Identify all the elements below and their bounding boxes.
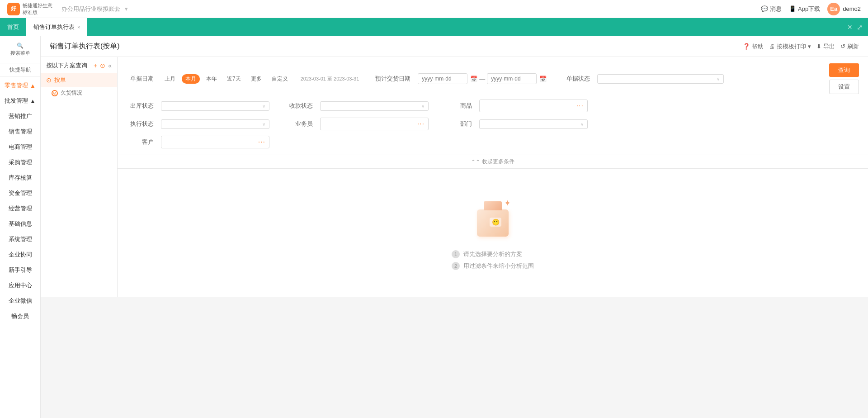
- salesperson-select[interactable]: ···: [320, 118, 429, 130]
- out-status-select[interactable]: ∨: [161, 101, 269, 111]
- sidebar-item-retail[interactable]: 零售管理 ▲: [0, 77, 40, 92]
- date-tab-this-month[interactable]: 本月: [182, 74, 200, 84]
- tab-actions: × ⤢: [847, 23, 868, 32]
- scheme-add-icon[interactable]: +: [94, 62, 97, 69]
- sidebar-item-appstore[interactable]: 应用中心: [0, 277, 40, 292]
- filter-panel: 单据日期 上月 本月 本年 近7天 更多 自定义 2023-03-01 至 20…: [118, 57, 868, 155]
- sidebar-item-operations[interactable]: 经营管理: [0, 200, 40, 215]
- goods-dots-icon: ···: [576, 102, 584, 110]
- order-status-select[interactable]: ∨: [597, 74, 724, 84]
- scheme-panel-header: 按以下方案查询 + ⊙ «: [41, 62, 117, 73]
- top-bar-right: 💬 消息 📱 App下载 Ea demo2: [761, 3, 861, 15]
- collect-status-select[interactable]: ∨: [320, 101, 429, 111]
- scheme-item-按单[interactable]: ⊙ 按单: [41, 73, 117, 87]
- sidebar-item-ecommerce[interactable]: 电商管理: [0, 138, 40, 154]
- scheme-edit-icon[interactable]: ⊙: [100, 62, 105, 69]
- app-download-button[interactable]: 📱 App下载: [789, 5, 820, 13]
- collapse-up-icon: ⌃⌃: [471, 159, 480, 165]
- exec-status-label: 执行状态: [127, 120, 154, 128]
- breadcrumb-arrow-icon[interactable]: ▾: [125, 5, 128, 12]
- date-tab-this-year[interactable]: 本年: [203, 74, 221, 84]
- chevron-up-icon-2: ▲: [30, 98, 36, 104]
- salesperson-label: 业务员: [286, 120, 313, 128]
- scheme-dot-icon: ⊙: [46, 76, 52, 84]
- refresh-button[interactable]: ↺ 刷新: [840, 43, 859, 51]
- sidebar-item-wholesale[interactable]: 批发管理 ▲: [0, 92, 40, 108]
- sidebar: 🔍 搜索菜单 快捷导航 零售管理 ▲ 批发管理 ▲ 营销推广 销售管理 电商管理…: [0, 36, 41, 418]
- chevron-up-icon: ▲: [30, 82, 36, 89]
- date-tab-last-month[interactable]: 上月: [161, 74, 179, 84]
- customer-select[interactable]: ···: [161, 136, 269, 148]
- tab-active[interactable]: 销售订单执行表 ×: [26, 18, 87, 36]
- tab-home[interactable]: 首页: [0, 18, 26, 36]
- sidebar-item-quick-nav[interactable]: 快捷导航: [0, 63, 40, 77]
- mobile-icon: 📱: [789, 5, 796, 12]
- sidebar-item-inventory[interactable]: 库存核算: [0, 169, 40, 185]
- customer-dots-icon: ···: [258, 138, 265, 146]
- calendar-end-icon[interactable]: 📅: [539, 76, 547, 82]
- sidebar-item-wechat[interactable]: 企业微信: [0, 292, 40, 308]
- tab-minimize-icon[interactable]: ×: [847, 23, 852, 32]
- query-buttons: 查询 设置: [829, 63, 859, 94]
- refresh-icon: ↺: [840, 43, 845, 50]
- goods-select[interactable]: ···: [479, 100, 588, 112]
- tip-text-2: 用过滤条件来缩小分析范围: [463, 262, 534, 270]
- scheme-panel-icons: + ⊙ «: [94, 62, 112, 69]
- page-header-actions: ❓ 帮助 🖨 按模板打印 ▾ ⬇ 导出 ↺ 刷新: [743, 43, 859, 51]
- logo-text: 畅捷通好生意 标准版: [23, 2, 52, 15]
- collect-status-arrow-icon: ∨: [421, 104, 425, 109]
- empty-box: 😶: [477, 209, 509, 237]
- export-button[interactable]: ⬇ 导出: [816, 43, 835, 51]
- date-tab-more[interactable]: 更多: [247, 74, 265, 84]
- date-tabs-group: 上月 本月 本年 近7天 更多 自定义: [161, 74, 292, 84]
- filter-row-3: 执行状态 ∨ 业务员 ··· 部门 ∨: [127, 118, 859, 130]
- top-bar: 好 畅捷通好生意 标准版 办公用品行业模拟账套 ▾ 💬 消息 📱 App下载 E…: [0, 0, 868, 18]
- expected-date-group: 📅 — 📅: [418, 73, 547, 84]
- status-arrow-icon: ∨: [717, 76, 720, 81]
- sidebar-item-basic-info[interactable]: 基础信息: [0, 215, 40, 231]
- sidebar-item-sales[interactable]: 销售管理: [0, 123, 40, 138]
- box-face-icon: 😶: [490, 218, 501, 227]
- date-tab-7days[interactable]: 近7天: [223, 74, 245, 84]
- search-menu-button[interactable]: 🔍 搜索菜单: [4, 41, 37, 58]
- scheme-collapse-icon[interactable]: «: [108, 62, 112, 69]
- empty-tip-1: 1 请先选择要分析的方案: [452, 250, 534, 258]
- help-icon: ❓: [743, 43, 750, 50]
- top-bar-left: 好 畅捷通好生意 标准版 办公用品行业模拟账套 ▾: [7, 2, 128, 15]
- help-button[interactable]: ❓ 帮助: [743, 43, 764, 51]
- sidebar-item-finance[interactable]: 资金管理: [0, 185, 40, 200]
- tab-maximize-icon[interactable]: ⤢: [857, 23, 863, 32]
- content-area: 销售订单执行表(按单) ❓ 帮助 🖨 按模板打印 ▾ ⬇ 导出 ↺ 刷新: [41, 36, 868, 418]
- date-tab-custom[interactable]: 自定义: [268, 74, 292, 84]
- out-status-label: 出库状态: [127, 102, 154, 110]
- sidebar-item-marketing[interactable]: 营销推广: [0, 108, 40, 123]
- inner-layout: 按以下方案查询 + ⊙ « ⊙ 按单 ⊙ 欠货情况: [41, 57, 868, 297]
- collapse-bar[interactable]: ⌃⌃ 收起更多条件: [118, 155, 868, 169]
- empty-tips: 1 请先选择要分析的方案 2 用过滤条件来缩小分析范围: [452, 250, 534, 270]
- tip-text-1: 请先选择要分析的方案: [463, 250, 522, 258]
- print-button[interactable]: 🖨 按模板打印 ▾: [769, 43, 811, 51]
- sidebar-item-vip[interactable]: 畅会员: [0, 308, 40, 323]
- query-button[interactable]: 查询: [829, 63, 859, 77]
- sidebar-item-purchase[interactable]: 采购管理: [0, 154, 40, 169]
- user-profile[interactable]: Ea demo2: [827, 3, 861, 15]
- sidebar-item-system[interactable]: 系统管理: [0, 231, 40, 246]
- message-button[interactable]: 💬 消息: [761, 5, 782, 13]
- tab-close-icon[interactable]: ×: [77, 24, 80, 30]
- scheme-sub-dot-icon: ⊙: [52, 90, 58, 96]
- sidebar-item-guide[interactable]: 新手引导: [0, 261, 40, 277]
- filter-and-table: 单据日期 上月 本月 本年 近7天 更多 自定义 2023-03-01 至 20…: [118, 57, 868, 297]
- expected-date-end-input[interactable]: [487, 73, 537, 84]
- dept-select[interactable]: ∨: [479, 119, 588, 129]
- scheme-subitem-欠货情况[interactable]: ⊙ 欠货情况: [41, 87, 117, 99]
- status-label: 单据状态: [563, 75, 590, 83]
- calendar-start-icon[interactable]: 📅: [470, 76, 477, 82]
- settings-button[interactable]: 设置: [829, 80, 859, 94]
- exec-status-select[interactable]: ∨: [161, 119, 269, 129]
- filter-row-4: 客户 ···: [127, 136, 859, 148]
- dept-label: 部门: [445, 120, 472, 128]
- print-icon: 🖨: [769, 43, 775, 50]
- sidebar-item-enterprise[interactable]: 企业协同: [0, 246, 40, 261]
- expected-date-start-input[interactable]: [418, 73, 467, 84]
- tip-number-2: 2: [452, 262, 460, 270]
